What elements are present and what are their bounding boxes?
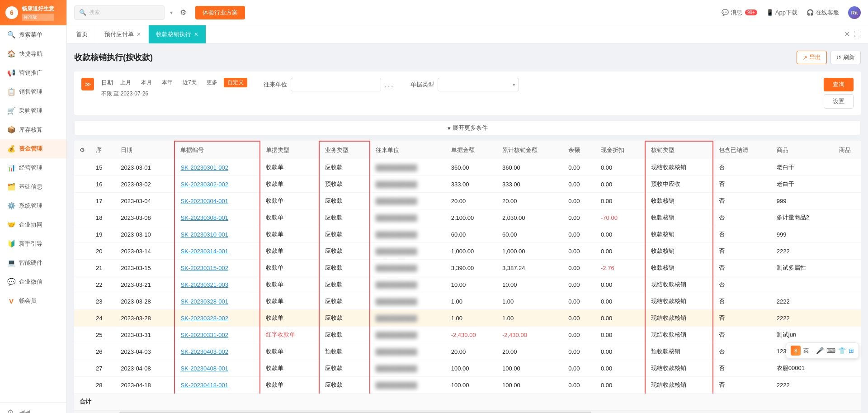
filter-expand-btn[interactable]: ▾ 展开更多条件 (75, 121, 860, 135)
sidebar-item-purchase[interactable]: 🛒 采购管理 (0, 101, 66, 120)
td-doc-no[interactable]: SK-20230315-002 (175, 260, 260, 276)
collapse-sidebar-icon[interactable]: ◀◀ (19, 408, 30, 413)
td-balance: 0.00 (563, 193, 595, 209)
table-scroll-area[interactable]: ⚙ 序 日期 单据编号 单据类型 业务类型 往来单位 单据金额 累计核销金额 余… (74, 141, 861, 410)
td-doc-no[interactable]: SK-20230314-001 (175, 243, 260, 260)
td-doc-no[interactable]: SK-20230328-001 (175, 293, 260, 310)
sidebar-item-operations[interactable]: 📊 经营管理 (0, 158, 66, 177)
online-service-btn[interactable]: 🎧 在线客服 (807, 9, 839, 17)
sidebar-item-search[interactable]: 🔍 搜索菜单 (0, 25, 66, 44)
partner-dots[interactable]: ... (385, 80, 394, 90)
table-row[interactable]: 262023-04-03SK-20230403-002收款单预收款███████… (74, 343, 861, 360)
filter-date-more[interactable]: 更多 (203, 78, 221, 87)
td-goods2 (834, 293, 861, 310)
td-doc-no[interactable]: SK-20230418-001 (175, 377, 260, 394)
horizontal-scrollbar[interactable] (74, 410, 861, 413)
tab-prepay[interactable]: 预付应付单 ✕ (97, 25, 149, 43)
table-row[interactable]: 192023-03-10SK-20230310-001收款单应收款███████… (74, 226, 861, 243)
td-goods2 (834, 159, 861, 176)
table-row[interactable]: 202023-03-14SK-20230314-001收款单应收款███████… (74, 243, 861, 260)
tab-collection[interactable]: 收款核销执行 ✕ (149, 25, 206, 43)
table-row[interactable]: 172023-03-04SK-20230304-001收款单应收款███████… (74, 193, 861, 209)
td-date: 2023-03-04 (115, 193, 175, 209)
td-doc-no[interactable]: SK-20230301-002 (175, 159, 260, 176)
table-row[interactable]: 162023-03-02SK-20230302-002收款单预收款███████… (74, 176, 861, 193)
td-doc-no[interactable]: SK-20230321-003 (175, 276, 260, 293)
export-button[interactable]: ↗ 导出 (797, 51, 827, 64)
filter-settings-button[interactable]: 设置 (824, 94, 854, 109)
data-table-container: ⚙ 序 日期 单据编号 单据类型 业务类型 往来单位 单据金额 累计核销金额 余… (74, 141, 861, 413)
user-avatar[interactable]: Rit (848, 6, 861, 19)
sidebar-item-hardware[interactable]: 💻 智能硬件 (0, 253, 66, 272)
tab-close-collection[interactable]: ✕ (194, 31, 198, 38)
td-amount: 333.00 (446, 176, 497, 193)
td-include-cleared: 否 (713, 243, 771, 260)
topbar-gear-icon[interactable]: ⚙ (180, 8, 186, 17)
sidebar-item-sales[interactable]: 📋 销售管理 (0, 82, 66, 101)
td-doc-no[interactable]: SK-20230403-002 (175, 343, 260, 360)
sidebar-item-marketing[interactable]: 📢 营销推广 (0, 63, 66, 82)
filter-date-this-month[interactable]: 本月 (137, 78, 156, 87)
filter-toggle-btn[interactable]: ≫ (81, 78, 94, 90)
sidebar-item-enterprise[interactable]: 🤝 企业协同 (0, 215, 66, 234)
table-row[interactable]: 222023-03-21SK-20230321-003收款单应收款███████… (74, 276, 861, 293)
td-doc-no[interactable]: SK-20230408-001 (175, 360, 260, 377)
td-doc-no[interactable]: SK-20230328-002 (175, 310, 260, 327)
td-no: 23 (90, 293, 115, 310)
close-tab-icon[interactable]: ✕ (844, 30, 850, 38)
filter-doctype-group: 单据类型 (410, 78, 519, 91)
filter-date-7days[interactable]: 近7天 (179, 78, 200, 87)
filter-date-custom[interactable]: 自定义 (224, 78, 247, 87)
td-doc-no[interactable]: SK-20230310-001 (175, 226, 260, 243)
dropdown-arrow-icon[interactable]: ▾ (170, 9, 173, 16)
sidebar-item-wechat[interactable]: 💬 企业微信 (0, 272, 66, 291)
mic-icon[interactable]: 🎤 (816, 347, 824, 354)
app-download-btn[interactable]: 📱 App下载 (766, 9, 797, 17)
table-row[interactable]: 232023-03-28SK-20230328-001收款单应收款███████… (74, 293, 861, 310)
sidebar-item-quicknav[interactable]: 🏠 快捷导航 (0, 44, 66, 63)
doctype-select[interactable] (438, 78, 519, 91)
table-row[interactable]: 252023-03-31SK-20230331-002红字收款单应收款█████… (74, 327, 861, 343)
topbar-search[interactable]: 🔍 搜索 (74, 5, 165, 20)
th-settings[interactable]: ⚙ (74, 141, 90, 159)
tab-close-prepay[interactable]: ✕ (137, 31, 141, 38)
partner-input[interactable] (291, 78, 381, 91)
sidebar-item-member[interactable]: V 畅会员 (0, 291, 66, 310)
query-button[interactable]: 查询 (824, 78, 854, 91)
table-row[interactable]: 272023-04-08SK-20230408-001收款单应收款███████… (74, 360, 861, 377)
td-date: 2023-03-15 (115, 260, 175, 276)
table-row[interactable]: 182023-03-08SK-20230308-001收款单应收款███████… (74, 209, 861, 226)
td-amount: 2,100.00 (446, 209, 497, 226)
td-doc-no[interactable]: SK-20230302-002 (175, 176, 260, 193)
sidebar-item-inventory[interactable]: 📦 库存核算 (0, 120, 66, 139)
td-date: 2023-03-21 (115, 276, 175, 293)
solution-button[interactable]: 体验行业方案 (195, 6, 245, 19)
settings-bottom-icon[interactable]: ⚙ (7, 408, 14, 413)
sidebar-item-basic[interactable]: 🗂️ 基础信息 (0, 177, 66, 196)
table-row[interactable]: 152023-03-01SK-20230301-002收款单应收款███████… (74, 159, 861, 176)
table-row[interactable]: 212023-03-15SK-20230315-002收款单应收款███████… (74, 260, 861, 276)
th-total-cancel: 累计核销金额 (497, 141, 563, 159)
sidebar-item-guide[interactable]: 🔰 新手引导 (0, 234, 66, 253)
filter-date-this-year[interactable]: 本年 (158, 78, 176, 87)
enterprise-icon: 🤝 (7, 221, 15, 229)
tab-home[interactable]: 首页 (67, 25, 97, 43)
sidebar-item-system[interactable]: ⚙️ 系统管理 (0, 196, 66, 215)
messages-btn[interactable]: 💬 消息 99+ (722, 9, 757, 17)
headset-icon: 🎧 (807, 9, 814, 16)
keyboard-icon[interactable]: ⌨ (826, 347, 835, 354)
filter-date-last-month[interactable]: 上月 (117, 78, 135, 87)
refresh-button[interactable]: ↺ 刷新 (830, 51, 861, 64)
shirt-icon[interactable]: 👕 (838, 347, 846, 354)
td-doc-type: 收款单 (260, 193, 319, 209)
td-doc-no[interactable]: SK-20230308-001 (175, 209, 260, 226)
td-no: 15 (90, 159, 115, 176)
td-cash-discount: 0.00 (595, 159, 645, 176)
fullscreen-icon[interactable]: ⛶ (854, 30, 861, 38)
td-doc-no[interactable]: SK-20230304-001 (175, 193, 260, 209)
sidebar-item-finance[interactable]: 💰 资金管理 (0, 139, 66, 158)
table-row[interactable]: 282023-04-18SK-20230418-001收款单应收款███████… (74, 377, 861, 394)
grid-icon[interactable]: ⊞ (849, 347, 854, 354)
td-doc-no[interactable]: SK-20230331-002 (175, 327, 260, 343)
table-row[interactable]: 242023-03-28SK-20230328-002收款单应收款███████… (74, 310, 861, 327)
